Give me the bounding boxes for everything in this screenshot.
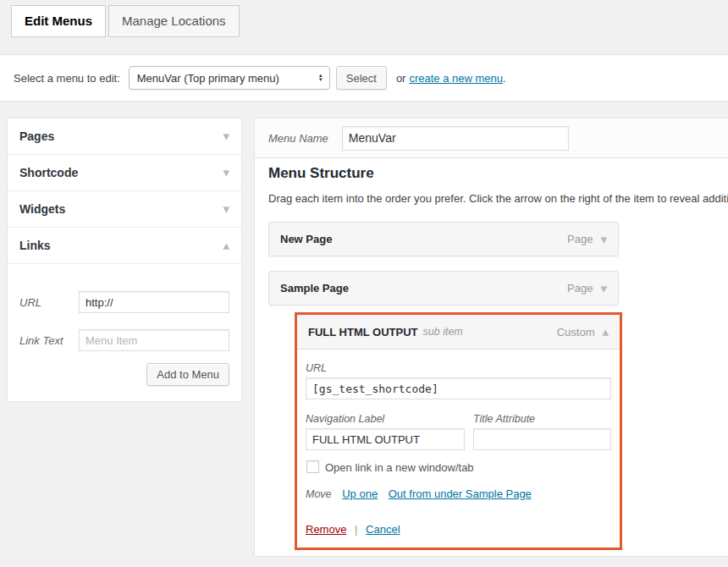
url-label: URL <box>19 296 41 309</box>
chevron-down-icon: ▾ <box>223 165 229 180</box>
open-new-window-label: Open link in a new window/tab <box>325 461 474 474</box>
menu-items-sidebar: Pages ▾ Shortcode ▾ Widgets ▾ Links ▴ UR… <box>7 118 242 402</box>
menu-item-title: FULL HTML OUTPUT <box>308 326 418 339</box>
menu-item-full-html-output-expanded: FULL HTML OUTPUT sub item Custom ▴ URL N… <box>295 312 622 550</box>
menu-item-new-page[interactable]: New Page Page ▾ <box>268 222 619 256</box>
create-new-menu-link[interactable]: create a new menu <box>409 72 503 85</box>
move-up-one-link[interactable]: Up one <box>342 487 378 500</box>
menu-item-type: Custom <box>557 326 595 339</box>
or-text: or <box>396 72 406 85</box>
panel-title: Widgets <box>19 202 65 216</box>
menu-editor-panel: Menu Name Menu Structure Drag each item … <box>254 118 728 557</box>
chevron-up-icon[interactable]: ▴ <box>602 324 609 339</box>
sidebar-panel-links[interactable]: Links ▴ <box>8 228 241 264</box>
action-divider: | <box>355 523 357 536</box>
menu-item-full-html-output[interactable]: FULL HTML OUTPUT sub item Custom ▴ <box>297 315 620 350</box>
open-new-window-checkbox[interactable] <box>306 460 319 473</box>
select-menu-label: Select a menu to edit: <box>14 72 120 85</box>
chevron-down-icon[interactable]: ▾ <box>600 232 607 247</box>
menu-item-sample-page[interactable]: Sample Page Page ▾ <box>268 271 619 306</box>
chevron-down-icon[interactable]: ▾ <box>600 281 607 296</box>
chevron-down-icon: ▾ <box>223 129 229 144</box>
move-label: Move <box>306 488 332 500</box>
sentence-period: . <box>503 72 506 85</box>
tab-manage-locations[interactable]: Manage Locations <box>108 5 240 37</box>
title-attribute-input[interactable] <box>473 428 611 450</box>
navigation-label-input[interactable] <box>306 428 465 450</box>
menu-item-type: Page <box>567 233 593 245</box>
link-text-label: Link Text <box>19 334 63 347</box>
chevron-down-icon: ▾ <box>223 201 229 217</box>
sidebar-panel-shortcode[interactable]: Shortcode ▾ <box>8 155 241 191</box>
chevron-up-icon: ▴ <box>223 238 229 253</box>
menu-item-title: New Page <box>280 233 332 245</box>
remove-link[interactable]: Remove <box>306 523 346 536</box>
menu-item-title: Sample Page <box>280 282 349 295</box>
menu-name-input[interactable] <box>342 126 569 151</box>
menu-structure-heading: Menu Structure <box>268 165 374 182</box>
cancel-link[interactable]: Cancel <box>366 523 400 536</box>
menu-item-type: Page <box>567 282 593 295</box>
sidebar-url-input[interactable] <box>79 291 229 313</box>
item-url-input[interactable] <box>306 377 611 399</box>
menu-name-header: Menu Name <box>255 118 728 158</box>
move-controls: Move Up one Out from under Sample Page <box>306 487 539 500</box>
title-attribute-label: Title Attribute <box>473 413 535 425</box>
select-arrows-icon: ▲ ▼ <box>318 74 325 82</box>
panel-title: Shortcode <box>19 166 78 179</box>
sidebar-panel-pages[interactable]: Pages ▾ <box>8 118 241 155</box>
caret-down-icon: ▼ <box>318 78 323 82</box>
panel-title: Links <box>19 239 51 252</box>
select-button[interactable]: Select <box>336 66 387 90</box>
sub-item-badge: sub item <box>423 326 463 338</box>
move-out-link[interactable]: Out from under Sample Page <box>389 487 532 500</box>
menu-structure-help: Drag each item into the order you prefer… <box>268 192 728 205</box>
menu-item-settings: URL Navigation Label Title Attribute Ope… <box>297 350 620 548</box>
menu-dropdown[interactable]: MenuVar (Top primary menu) ▲ ▼ <box>129 66 330 90</box>
menu-name-label: Menu Name <box>268 132 328 145</box>
menu-dropdown-value: MenuVar (Top primary menu) <box>137 72 279 85</box>
navigation-label: Navigation Label <box>306 413 384 425</box>
panel-title: Pages <box>19 129 54 143</box>
sidebar-link-text-input[interactable] <box>79 329 229 351</box>
menu-select-bar: Select a menu to edit: MenuVar (Top prim… <box>0 54 728 102</box>
links-panel-body: URL Link Text Add to Menu <box>8 264 241 401</box>
add-to-menu-button[interactable]: Add to Menu <box>146 363 229 386</box>
url-label: URL <box>306 362 327 374</box>
item-actions: Remove | Cancel <box>306 523 400 536</box>
sidebar-panel-widgets[interactable]: Widgets ▾ <box>8 191 241 228</box>
tab-edit-menus[interactable]: Edit Menus <box>11 5 106 37</box>
